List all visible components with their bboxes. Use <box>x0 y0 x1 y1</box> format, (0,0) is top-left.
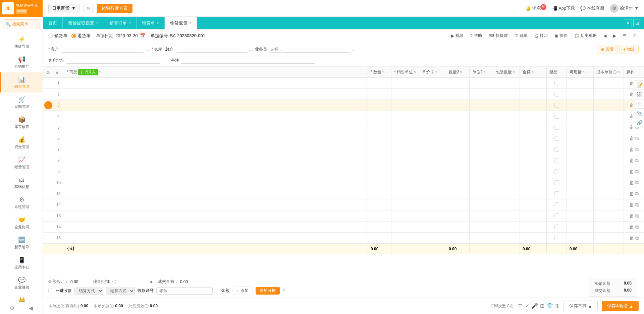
gift-checkbox[interactable] <box>554 202 559 207</box>
price-input[interactable] <box>419 144 446 155</box>
settings-bottom-icon[interactable]: ⚙ <box>10 305 14 311</box>
avail-input[interactable] <box>567 144 593 155</box>
unit-input[interactable] <box>391 188 419 199</box>
customer-input[interactable] <box>61 46 144 53</box>
avail-input[interactable] <box>567 210 593 221</box>
address-dots-button[interactable]: ... <box>162 58 166 63</box>
pkgqty-input[interactable] <box>493 199 520 210</box>
select-doc-button[interactable]: ☑ 选单 <box>513 32 530 39</box>
settings-button[interactable]: ⚙ 设置 <box>597 45 618 54</box>
qty2-input[interactable] <box>446 78 469 88</box>
sidebar-item-member[interactable]: 👑 畅会员 <box>0 293 43 302</box>
delete-row-icon[interactable]: 🗑 <box>629 213 634 218</box>
qty2-input[interactable] <box>446 89 469 100</box>
tab-sales-delivery[interactable]: 销货单 × <box>137 17 165 29</box>
product-input[interactable] <box>64 222 368 232</box>
unit2-input[interactable] <box>470 89 493 100</box>
price-input[interactable] <box>419 122 446 133</box>
sidebar-item-basic[interactable]: 🗂 基础信息 <box>0 173 43 193</box>
avail-input[interactable] <box>567 111 593 122</box>
pkgqty-input[interactable] <box>493 100 520 111</box>
experience-button[interactable]: 体验行业方案 <box>97 4 132 13</box>
cost-input[interactable] <box>594 89 624 100</box>
delete-row-icon[interactable]: 🗑 <box>629 147 634 152</box>
user-menu-button[interactable]: 徐 徐泽华 ▼ <box>610 4 639 13</box>
unit-input[interactable] <box>391 233 419 243</box>
cost-input[interactable] <box>594 100 624 111</box>
gift-checkbox[interactable] <box>554 114 559 119</box>
nav-next-button[interactable]: ▶ <box>611 33 618 39</box>
copy-row-icon[interactable]: ⧉ <box>635 202 639 208</box>
header-settings-button[interactable]: ⚙ <box>84 4 93 13</box>
product-input[interactable] <box>64 155 368 166</box>
cost-input[interactable] <box>594 133 624 144</box>
delete-row-icon[interactable]: 🗑 <box>629 80 634 86</box>
amount-input[interactable] <box>520 222 546 232</box>
tab-sales-order[interactable]: 销售订单 × <box>104 17 137 29</box>
amount-input[interactable] <box>520 233 546 243</box>
print-button[interactable]: 🖨 打印 <box>532 32 550 39</box>
nav-prev-button[interactable]: ◀ <box>601 33 608 39</box>
quick-action-image[interactable]: 🖼 <box>635 90 644 99</box>
sidebar-item-finance[interactable]: 💰 资金管理 <box>0 133 43 153</box>
tab-home[interactable]: 首页 <box>43 17 63 29</box>
cost-input[interactable] <box>594 144 624 155</box>
qty2-input[interactable] <box>446 177 469 188</box>
restore-tab-button[interactable]: ⊡ <box>633 19 641 27</box>
product-input[interactable] <box>64 188 368 199</box>
avail-input[interactable] <box>567 89 593 100</box>
price-input[interactable] <box>419 166 446 177</box>
close-icon[interactable]: × <box>96 21 98 25</box>
avail-input[interactable] <box>567 155 593 166</box>
avail-input[interactable] <box>567 222 593 232</box>
operate-button[interactable]: ▣ 操作 <box>552 32 570 39</box>
salesperson-dots-button[interactable]: ... <box>352 47 356 52</box>
amount-input[interactable] <box>520 78 546 88</box>
unit2-input[interactable] <box>470 133 493 144</box>
account-dots-button[interactable]: ... <box>215 289 219 293</box>
qty2-input[interactable] <box>446 133 469 144</box>
close-icon[interactable]: × <box>190 21 192 25</box>
expense-split-button[interactable]: 费用分摊 <box>256 287 280 295</box>
amount-input[interactable] <box>520 122 546 133</box>
delete-row-icon[interactable]: 🗑 <box>629 180 634 185</box>
tool-icon-2[interactable]: ✓ <box>525 303 529 310</box>
qty2-input[interactable] <box>446 222 469 232</box>
cost-input[interactable] <box>594 155 624 166</box>
unit2-input[interactable] <box>470 210 493 221</box>
gift-checkbox[interactable] <box>554 125 559 130</box>
close-icon[interactable]: × <box>129 21 131 25</box>
cost-input[interactable] <box>594 199 624 210</box>
unit-input[interactable] <box>391 89 419 100</box>
qty-input[interactable] <box>368 222 391 232</box>
qty-input[interactable] <box>368 144 391 155</box>
unit-input[interactable] <box>391 222 419 232</box>
unit-input[interactable] <box>391 122 419 133</box>
unit-input[interactable] <box>391 155 419 166</box>
unit2-input[interactable] <box>470 199 493 210</box>
gift-checkbox[interactable] <box>554 92 559 97</box>
close-tab-button[interactable]: × <box>624 19 632 27</box>
copy-row-icon[interactable]: ⧉ <box>635 213 639 219</box>
gift-checkbox[interactable] <box>554 158 559 163</box>
price-input[interactable] <box>419 177 446 188</box>
unit2-input[interactable] <box>470 188 493 199</box>
avail-input[interactable] <box>567 122 593 133</box>
delete-row-icon[interactable]: 🗑 <box>629 114 634 119</box>
sidebar-item-system[interactable]: ⚙ 系统管理 <box>0 193 43 213</box>
product-input[interactable] <box>64 111 368 122</box>
product-input[interactable] <box>64 210 368 221</box>
address-input[interactable] <box>66 57 160 64</box>
copy-row-icon[interactable]: ⧉ <box>635 147 639 152</box>
pkgqty-input[interactable] <box>493 155 520 166</box>
unit2-input[interactable] <box>470 166 493 177</box>
qty2-input[interactable] <box>446 233 469 243</box>
delete-row-icon[interactable]: 🗑 <box>629 103 634 108</box>
copy-row-icon[interactable]: ⧉ <box>635 180 639 186</box>
unit-input[interactable] <box>391 166 419 177</box>
product-input[interactable] <box>64 78 368 88</box>
sidebar-item-operations[interactable]: 📈 经营管理 <box>0 153 43 173</box>
payment-method-select[interactable]: 结算方式 <box>74 287 103 295</box>
price-input[interactable] <box>419 133 446 144</box>
app-download-button[interactable]: 📲 App下载 <box>552 5 575 11</box>
